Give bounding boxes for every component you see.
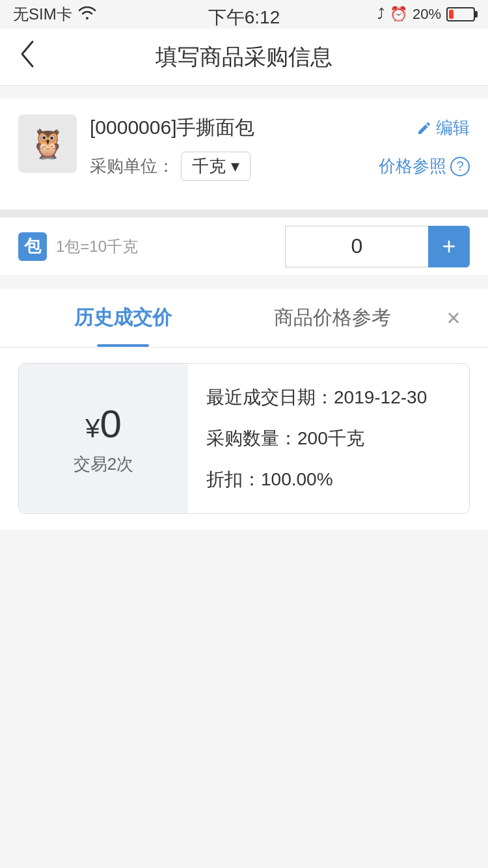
unit-hint: 1包=10千克 — [56, 236, 138, 257]
product-info: [0000006]手撕面包 编辑 采购单位： 千克 ▾ 价格 — [90, 115, 470, 181]
battery-pct: 20% — [413, 6, 441, 23]
tabs-header: 历史成交价 商品价格参考 × — [0, 289, 488, 347]
purchase-unit-label: 采购单位： — [90, 155, 174, 178]
tab-close-button[interactable]: × — [437, 302, 470, 334]
alarm-icon: ⏰ — [390, 6, 407, 23]
quantity-right: 0 + — [285, 226, 470, 267]
chevron-down-icon: ▾ — [231, 156, 239, 176]
battery-fill — [449, 10, 454, 19]
price-details: 最近成交日期：2019-12-30 采购数量：200千克 折扣：100.00% — [188, 364, 469, 513]
discount-label: 折扣： — [206, 469, 261, 489]
purchase-unit-row: 采购单位： 千克 ▾ 价格参照 ? — [90, 152, 470, 181]
product-name: [0000006]手撕面包 — [90, 115, 254, 141]
tab-product-label: 商品价格参考 — [274, 305, 391, 331]
currency-symbol: ¥ — [85, 414, 100, 442]
tab-history-label: 历史成交价 — [74, 305, 172, 331]
wifi-icon — [77, 5, 97, 23]
status-right: ⤴ ⏰ 20% — [377, 6, 475, 23]
discount-value: 100.00% — [261, 469, 333, 489]
bottom-area — [0, 530, 488, 868]
carrier-text: 无SIM卡 — [13, 4, 72, 25]
page-title: 填写商品采购信息 — [156, 42, 332, 72]
detail-discount-row: 折扣：100.00% — [206, 465, 451, 495]
quantity-plus-button[interactable]: + — [428, 226, 470, 267]
tabs-section: 历史成交价 商品价格参考 × ¥0 交易2次 最近成交日期：2019-12-30… — [0, 289, 488, 530]
qty-label: 采购数量： — [206, 428, 297, 448]
tab-product-price[interactable]: 商品价格参考 — [228, 289, 437, 347]
detail-date-row: 最近成交日期：2019-12-30 — [206, 383, 451, 413]
price-reference-button[interactable]: 价格参照 ? — [379, 155, 470, 178]
section-divider — [0, 210, 488, 217]
quantity-row: 包 1包=10千克 0 + — [0, 217, 488, 276]
location-icon: ⤴ — [377, 6, 385, 23]
tab-history-price[interactable]: 历史成交价 — [18, 289, 228, 347]
detail-qty-row: 采购数量：200千克 — [206, 424, 451, 454]
status-left: 无SIM卡 — [13, 4, 97, 25]
status-time: 下午6:12 — [208, 5, 280, 30]
product-name-row: [0000006]手撕面包 编辑 — [90, 115, 470, 141]
qty-value: 200千克 — [297, 428, 364, 448]
status-bar: 无SIM卡 下午6:12 ⤴ ⏰ 20% — [0, 0, 488, 29]
product-image-placeholder: 🦉 — [30, 127, 66, 161]
battery-icon — [446, 7, 475, 21]
price-card: ¥0 交易2次 最近成交日期：2019-12-30 采购数量：200千克 折扣：… — [18, 363, 470, 514]
trade-count: 交易2次 — [74, 453, 133, 476]
price-value: 0 — [100, 402, 121, 446]
unit-badge: 包 — [18, 232, 47, 261]
price-summary: ¥0 交易2次 — [19, 364, 188, 513]
quantity-input[interactable]: 0 — [285, 226, 428, 267]
back-button[interactable] — [18, 39, 36, 75]
product-header: 🦉 [0000006]手撕面包 编辑 采购单位： 千克 ▾ — [18, 115, 470, 181]
tab-active-indicator — [97, 344, 149, 347]
edit-button[interactable]: 编辑 — [416, 116, 470, 139]
product-card: 🦉 [0000006]手撕面包 编辑 采购单位： 千克 ▾ — [0, 99, 488, 210]
unit-select[interactable]: 千克 ▾ — [181, 152, 251, 181]
help-icon: ? — [450, 157, 470, 176]
nav-bar: 填写商品采购信息 — [0, 29, 488, 86]
date-label: 最近成交日期： — [206, 387, 334, 407]
card-area: ¥0 交易2次 最近成交日期：2019-12-30 采购数量：200千克 折扣：… — [0, 347, 488, 530]
price-amount: ¥0 — [85, 401, 122, 446]
product-thumbnail: 🦉 — [18, 115, 77, 173]
date-value: 2019-12-30 — [334, 387, 427, 407]
quantity-left: 包 1包=10千克 — [18, 232, 138, 261]
